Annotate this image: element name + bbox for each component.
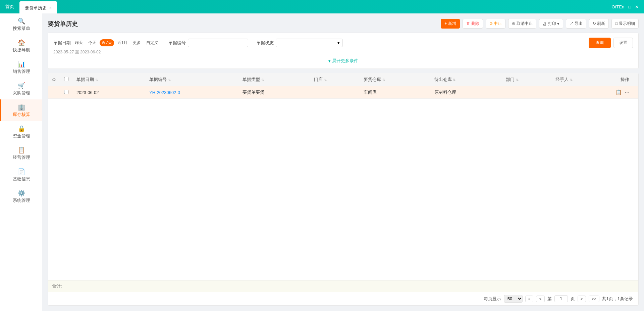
pagination-bar: 每页显示 50 100 200 « < 第 页 > >> 共1页，1条记录 [48,292,638,305]
sidebar-purchase-label: 采购管理 [13,90,30,96]
sidebar-item-inventory[interactable]: 🏢 库存核算 [0,99,42,121]
type-sort-icon[interactable]: ⇅ [261,78,264,82]
col-settings: ⚙ [48,73,60,86]
date-btn-more[interactable]: 更多 [131,39,143,46]
maximize-icon[interactable]: □ [628,4,631,9]
purchase-icon: 🛒 [18,83,25,89]
date-filter: 单据日期 昨天 今天 近7天 近1月 更多 自定义 [53,39,160,46]
page-header: 要货单历史 + 新增 🗑 删除 ⊘ 中止 ⊘ 取消中止 🖨 打印 ▾ ↗ 导出 … [48,19,639,29]
delete-button[interactable]: 🗑 删除 [463,19,483,29]
sidebar-inventory-label: 库存核算 [13,112,30,118]
date-sort-icon[interactable]: ⇅ [95,78,98,82]
no-sort-icon[interactable]: ⇅ [168,78,171,82]
date-filter-label: 单据日期 [53,40,71,46]
sales-icon: 📊 [18,61,25,67]
view-action-icon[interactable]: 📋 [615,89,622,95]
date-range-display: 2023-05-27 至 2023-06-02 [53,49,633,55]
expand-label: 展开更多条件 [332,58,358,64]
sidebar-item-system[interactable]: ⚙️ 系统管理 [0,185,42,207]
row-checkbox[interactable] [64,90,68,94]
tab-requisition-history[interactable]: 要货单历史 × [19,1,57,15]
status-select[interactable]: ▾ [276,39,343,47]
col-type: 单据类型 ⇅ [238,73,310,86]
sidebar-search-label: 搜索菜单 [13,26,30,32]
date-btn-7days[interactable]: 近7天 [100,39,114,46]
bill-no-filter: 单据编号 [168,39,248,47]
expand-more-btn[interactable]: ▾ 展开更多条件 [53,58,633,64]
per-page-select[interactable]: 50 100 200 [504,295,523,303]
filter-row-1: 单据日期 昨天 今天 近7天 近1月 更多 自定义 单据编号 [53,38,633,48]
prev-page-btn[interactable]: < [536,296,544,302]
status-label: 单据状态 [256,40,274,46]
row-wait-warehouse-cell: 原材料仓库 [430,86,502,99]
req-wh-sort-icon[interactable]: ⇅ [382,78,385,82]
sidebar-item-finance[interactable]: 🔒 资金管理 [0,121,42,142]
row-checkbox-cell [60,86,72,99]
stop-button[interactable]: ⊘ 中止 [486,19,505,29]
select-all-checkbox[interactable] [64,77,68,81]
col-checkbox [60,73,72,86]
top-bar: 首页 要货单历史 × OfTEn □ ✕ [0,0,644,13]
row-settings-cell [48,86,60,99]
sidebar-item-nav[interactable]: 🏠 快捷导航 [0,35,42,56]
status-dropdown-icon: ▾ [337,40,340,45]
row-handler-cell [551,86,611,99]
tab-home-label: 首页 [5,4,14,10]
page-label-first: 第 [547,296,552,302]
store-sort-icon[interactable]: ⇅ [324,78,327,82]
settings-button[interactable]: 设置 [613,38,633,48]
more-action-icon[interactable]: ⋯ [625,89,630,95]
row-no-cell: YH-20230602-0 [145,86,238,99]
close-window-icon[interactable]: ✕ [635,4,639,9]
add-button[interactable]: + 新增 [441,19,460,29]
tab-close-icon[interactable]: × [49,6,52,10]
refresh-button[interactable]: ↻ 刷新 [589,19,609,29]
date-btn-custom[interactable]: 自定义 [144,39,160,46]
sidebar-operations-label: 经营管理 [13,154,30,161]
finance-icon: 🔒 [18,126,25,132]
filter-actions: 查询 设置 [589,38,633,48]
home-icon: 🏠 [18,40,25,46]
bill-no-input[interactable] [188,39,248,47]
date-btn-yesterday[interactable]: 昨天 [73,39,85,46]
query-button[interactable]: 查询 [589,38,611,48]
table-wrapper: ⚙ 单据日期 ⇅ 单据编号 ⇅ [48,73,639,306]
sidebar-sales-label: 销售管理 [13,69,30,75]
bill-no-label: 单据编号 [168,40,186,46]
basic-info-icon: 📄 [18,169,25,175]
data-table: ⚙ 单据日期 ⇅ 单据编号 ⇅ [48,73,638,99]
export-button[interactable]: ↗ 导出 [566,19,586,29]
content-area: 要货单历史 + 新增 🗑 删除 ⊘ 中止 ⊘ 取消中止 🖨 打印 ▾ ↗ 导出 … [42,13,644,311]
table-header-row: ⚙ 单据日期 ⇅ 单据编号 ⇅ [48,73,638,86]
next-page-btn[interactable]: > [578,296,586,302]
sidebar-finance-label: 资金管理 [13,133,30,139]
display-detail-button[interactable]: □ 显示明细 [611,19,639,29]
per-page-label: 每页显示 [484,296,501,302]
tab-home[interactable]: 首页 [0,0,19,13]
row-date-cell: 2023-06-02 [72,86,145,99]
sidebar-item-purchase[interactable]: 🛒 采购管理 [0,78,42,99]
col-date: 单据日期 ⇅ [72,73,145,86]
tab-requisition-label: 要货单历史 [25,5,47,11]
page-number-input[interactable] [554,295,568,302]
date-btn-today[interactable]: 今天 [86,39,98,46]
date-btn-1month[interactable]: 近1月 [115,39,130,46]
cancel-stop-button[interactable]: ⊘ 取消中止 [508,19,536,29]
handler-sort-icon[interactable]: ⇅ [570,78,573,82]
page-label: 页 [571,296,575,302]
system-icon: ⚙️ [18,190,25,196]
col-wait-warehouse: 待出仓库 ⇅ [430,73,502,86]
sidebar-item-sales[interactable]: 📊 销售管理 [0,56,42,78]
print-button[interactable]: 🖨 打印 ▾ [539,19,563,29]
top-tabs: 首页 要货单历史 × [0,0,57,13]
sidebar-item-basic-info[interactable]: 📄 基础信息 [0,164,42,185]
row-store-cell [310,86,360,99]
first-page-btn[interactable]: « [525,296,534,302]
wait-wh-sort-icon[interactable]: ⇅ [453,78,455,82]
row-no-link[interactable]: YH-20230602-0 [149,90,180,95]
dept-sort-icon[interactable]: ⇅ [516,78,519,82]
sidebar-item-search[interactable]: 🔍 搜索菜单 [0,13,42,35]
last-page-btn[interactable]: >> [589,296,599,302]
action-icons: 📋 ⋯ [615,89,634,95]
sidebar-item-operations[interactable]: 📋 经营管理 [0,142,42,164]
